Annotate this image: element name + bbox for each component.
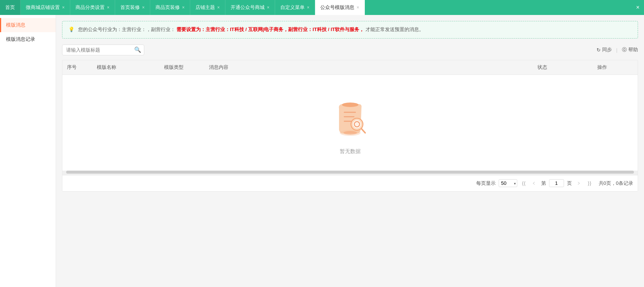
last-page-button[interactable]: ⟩⟩ <box>586 180 593 187</box>
search-bar: 🔍 ↻ 同步 | ⓪ 帮助 <box>62 45 638 55</box>
nav-tab-category-label: 商品分类设置 <box>76 4 105 11</box>
prev-page-button[interactable]: ﹤ <box>530 179 538 187</box>
col-header-status: 状态 <box>533 60 593 74</box>
nav-tab-home-deco-close[interactable]: × <box>142 5 145 10</box>
svg-point-2 <box>343 131 357 135</box>
notice-box: 💡 您的公众号行业为：主营行业：，副营行业： 需要设置为：主营行业：IT科技 /… <box>62 21 638 39</box>
scrollbar-thumb[interactable] <box>66 171 634 174</box>
nav-tab-template-msg-label: 公众号模版消息 <box>320 4 354 11</box>
search-icon: 🔍 <box>134 46 141 53</box>
nav-tab-home-label: 首页 <box>5 4 15 11</box>
nav-tab-template-msg[interactable]: 公众号模版消息 × <box>315 0 365 15</box>
svg-line-8 <box>361 129 365 133</box>
nav-tab-custom-menu-close[interactable]: × <box>307 5 309 10</box>
sync-label: 同步 <box>602 46 612 53</box>
sidebar-item-template-msg-record[interactable]: 模版消息记录 <box>0 32 56 46</box>
horizontal-scrollbar[interactable] <box>62 171 638 175</box>
page-size-label: 每页显示 <box>476 180 496 187</box>
pagination: 每页显示 50 10 20 100 ▾ ⟨⟨ ﹤ 第 页 ﹥ ⟩⟩ 共0页 <box>62 175 638 191</box>
nav-tab-shop-settings-close[interactable]: × <box>62 5 65 10</box>
nav-tab-category-close[interactable]: × <box>107 5 110 10</box>
sidebar-item-template-msg[interactable]: 模版消息 <box>0 18 56 32</box>
nav-tab-product-deco[interactable]: 商品页装修 × <box>150 0 190 15</box>
nav-tab-open-mall-label: 开通公众号商城 <box>231 4 265 11</box>
data-table: 序号 模版名称 模版类型 消息内容 状态 操作 <box>62 60 638 192</box>
search-right: ↻ 同步 | ⓪ 帮助 <box>597 46 638 53</box>
main-layout: 模版消息 模版消息记录 💡 您的公众号行业为：主营行业：，副营行业： 需要设置为… <box>0 15 644 287</box>
nav-tab-open-mall[interactable]: 开通公众号商城 × <box>225 0 275 15</box>
page-label-suffix: 页 <box>567 180 572 187</box>
sync-icon: ↻ <box>597 47 601 53</box>
col-header-content: 消息内容 <box>204 60 533 74</box>
sidebar-item-template-msg-record-label: 模版消息记录 <box>6 36 35 42</box>
empty-text: 暂无数据 <box>340 148 361 155</box>
empty-state: 暂无数据 <box>62 75 638 170</box>
notice-icon: 💡 <box>68 27 74 32</box>
nav-tab-category[interactable]: 商品分类设置 × <box>70 0 115 15</box>
nav-tab-home-deco-label: 首页装修 <box>120 4 140 11</box>
nav-tab-shop-settings[interactable]: 微商城店铺设置 × <box>21 0 70 15</box>
help-icon: ⓪ <box>622 46 627 53</box>
svg-point-1 <box>342 103 358 107</box>
current-page-input[interactable] <box>549 179 564 187</box>
search-left: 🔍 <box>62 45 144 55</box>
help-label: 帮助 <box>628 46 638 53</box>
sync-button[interactable]: ↻ 同步 <box>597 46 612 53</box>
search-right-divider: | <box>616 47 617 53</box>
nav-tab-store-theme-label: 店铺主题 <box>195 4 215 11</box>
nav-tab-product-deco-label: 商品页装修 <box>155 4 180 11</box>
next-page-button[interactable]: ﹥ <box>575 179 583 187</box>
search-input-wrapper: 🔍 <box>62 45 144 55</box>
sidebar: 模版消息 模版消息记录 <box>0 15 56 287</box>
notice-highlight: 需要设置为：主营行业：IT科技 / 互联网|电子商务，副营行业：IT科技 / I… <box>176 27 364 32</box>
page-label-prefix: 第 <box>541 180 546 187</box>
nav-tab-store-theme[interactable]: 店铺主题 × <box>190 0 225 15</box>
help-button[interactable]: ⓪ 帮助 <box>622 46 638 53</box>
page-size-select[interactable]: 50 10 20 100 <box>499 179 517 187</box>
nav-tab-shop-settings-label: 微商城店铺设置 <box>26 4 60 11</box>
sidebar-item-template-msg-label: 模版消息 <box>6 22 25 28</box>
col-header-serial: 序号 <box>62 60 92 74</box>
nav-tab-template-msg-close[interactable]: × <box>357 5 359 10</box>
main-content: 💡 您的公众号行业为：主营行业：，副营行业： 需要设置为：主营行业：IT科技 /… <box>56 15 644 287</box>
nav-tab-store-theme-close[interactable]: × <box>217 5 220 10</box>
page-size-select-wrapper: 50 10 20 100 ▾ <box>499 179 517 187</box>
top-nav: 首页 微商城店铺设置 × 商品分类设置 × 首页装修 × 商品页装修 × 店铺主… <box>0 0 644 15</box>
nav-tab-home[interactable]: 首页 <box>0 0 21 15</box>
notice-text-suffix: 才能正常发送预置的消息。 <box>366 27 424 32</box>
nav-tab-open-mall-close[interactable]: × <box>267 5 269 10</box>
nav-tab-product-deco-close[interactable]: × <box>182 5 185 10</box>
total-info: 共0页，0条记录 <box>599 180 633 187</box>
nav-tab-home-deco[interactable]: 首页装修 × <box>115 0 150 15</box>
nav-tab-custom-menu[interactable]: 自定义菜单 × <box>275 0 315 15</box>
notice-text-prefix: 您的公众号行业为：主营行业：，副营行业： <box>78 27 175 32</box>
table-header: 序号 模版名称 模版类型 消息内容 状态 操作 <box>62 60 638 75</box>
search-button[interactable]: 🔍 <box>134 46 141 53</box>
col-header-name: 模版名称 <box>92 60 160 74</box>
search-input[interactable] <box>62 45 144 55</box>
col-header-type: 模版类型 <box>160 60 204 74</box>
global-close-button[interactable]: × <box>636 4 640 11</box>
empty-icon <box>328 97 373 142</box>
col-header-action: 操作 <box>593 60 638 74</box>
first-page-button[interactable]: ⟨⟨ <box>520 180 527 187</box>
nav-tab-custom-menu-label: 自定义菜单 <box>280 4 305 11</box>
